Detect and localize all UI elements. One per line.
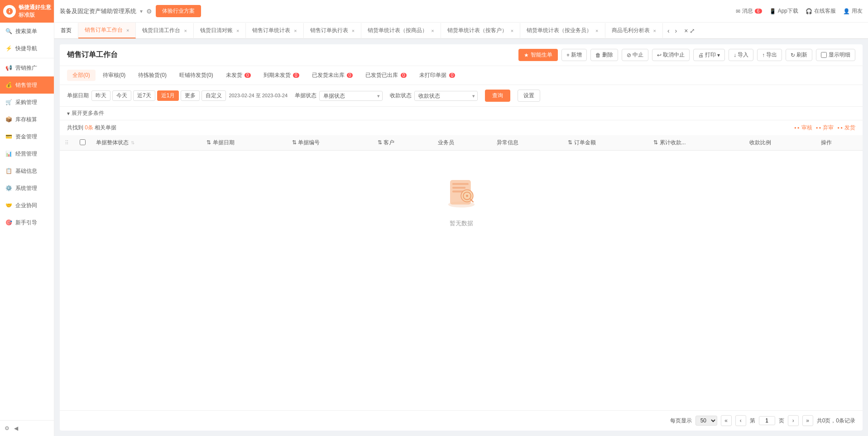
tab-cash-reconcile[interactable]: 钱货日清对账 × (194, 23, 246, 38)
date-more-btn[interactable]: 更多 (181, 90, 200, 101)
settings-topbar-icon[interactable]: ⚙ (146, 8, 152, 15)
sidebar-item-marketing[interactable]: 📢 营销推广 (0, 59, 54, 76)
sidebar-item-basic[interactable]: 📋 基础信息 (0, 162, 54, 180)
tab-sales-exec[interactable]: 销售订单执行表 × (304, 23, 361, 38)
tab-sales-workbench-label: 销售订单工作台 (85, 26, 123, 34)
refresh-icon: ↻ (791, 52, 795, 58)
date-filter-group: 单据日期 昨天 今天 近7天 近1月 更多 自定义 2023-02-24 至 2… (67, 90, 288, 101)
date-custom-btn[interactable]: 自定义 (201, 90, 226, 101)
online-service-action[interactable]: 🎧 在线客服 (806, 7, 836, 15)
status-select-wrap: 单据状态 (319, 91, 383, 101)
filter-tab-pending-review[interactable]: 待审核(0) (97, 70, 131, 81)
ship-action-link[interactable]: ● 发货 (837, 124, 855, 132)
new-button[interactable]: + 新增 (561, 49, 587, 61)
tab-next-button[interactable]: › (673, 26, 679, 35)
filter-tab-all-label: 全部(0) (72, 72, 90, 78)
review-action-link[interactable]: ● 审核 (794, 124, 812, 132)
industry-solution-button[interactable]: 体验行业方案 (156, 5, 201, 17)
sidebar-item-system[interactable]: ⚙️ 系统管理 (0, 180, 54, 197)
export-button[interactable]: ↑ 导出 (757, 49, 782, 61)
show-detail-label[interactable]: 显示明细 (816, 49, 855, 61)
page-prev-button[interactable]: ‹ (735, 415, 746, 426)
date-last1m-btn[interactable]: 近1月 (157, 90, 179, 101)
app-download-action[interactable]: 📱 App下载 (769, 7, 798, 15)
tab-sales-workbench-close[interactable]: × (126, 28, 129, 33)
cancel-stop-button[interactable]: ↩ 取消中止 (652, 49, 690, 61)
filter-tab-all[interactable]: 全部(0) (67, 70, 96, 81)
search-icon: 🔍 (5, 27, 13, 35)
tab-sales-stat[interactable]: 销售订单统计表 × (246, 23, 303, 38)
sidebar-item-cooperation[interactable]: 🤝 企业协同 (0, 197, 54, 214)
col-collected: ⇅ 累计收款... (649, 135, 745, 151)
set-button[interactable]: 设置 (518, 90, 540, 102)
page-first-button[interactable]: « (721, 415, 732, 426)
tab-cash-daily-close[interactable]: × (184, 28, 187, 33)
user-action[interactable]: 👤 用友 (843, 7, 863, 15)
settings-icon[interactable]: ⚙ (5, 425, 10, 431)
select-all-checkbox[interactable] (80, 139, 86, 145)
filter-tab-overdue-not-shipped[interactable]: 到期未发货 0 (258, 70, 305, 81)
tab-sales-exec-close[interactable]: × (352, 28, 355, 33)
print-button[interactable]: 🖨 打印 ▾ (693, 49, 725, 61)
sidebar-item-quick-nav[interactable]: ⚡ 快捷导航 (0, 40, 54, 57)
sidebar-item-guide-label: 新手引导 (15, 219, 37, 227)
show-detail-checkbox[interactable] (821, 52, 827, 58)
date-today-btn[interactable]: 今天 (112, 90, 131, 101)
tab-cash-daily[interactable]: 钱货日清工作台 × (136, 23, 193, 38)
tab-sales-staff-stat-close[interactable]: × (595, 28, 598, 33)
page-size-select[interactable]: 50 (695, 416, 717, 426)
sidebar-item-finance[interactable]: 💳 资金管理 (0, 128, 54, 145)
messages-action[interactable]: ✉ 消息 6 (736, 7, 762, 15)
date-yesterday-btn[interactable]: 昨天 (91, 90, 110, 101)
tab-margin-analysis[interactable]: 商品毛利分析表 × (605, 23, 663, 38)
sidebar-item-search-label: 搜索菜单 (15, 28, 37, 35)
collapse-icon[interactable]: ◀ (14, 425, 18, 431)
tab-close-all-button[interactable]: × (684, 27, 688, 34)
col-amount: ⇅ 订单金额 (563, 135, 649, 151)
status-select[interactable]: 单据状态 (319, 91, 383, 101)
tab-sales-staff-stat[interactable]: 销货单统计表（按业务员） × (520, 23, 605, 38)
tab-sales-stat-close[interactable]: × (294, 28, 297, 33)
sidebar-item-sales[interactable]: 💰 销售管理 (0, 76, 54, 94)
filter-tab-pending-inspect[interactable]: 待拣验货(0) (133, 70, 172, 81)
tab-sales-customer-stat[interactable]: 销货单统计表（按客户） × (441, 23, 520, 38)
tab-cash-reconcile-close[interactable]: × (236, 28, 239, 33)
stop-button[interactable]: ⊘ 中止 (622, 49, 648, 61)
smart-create-button[interactable]: ★ 智能生单 (518, 49, 558, 61)
page-last-button[interactable]: » (802, 415, 813, 426)
query-button[interactable]: 查询 (485, 90, 510, 102)
filter-tab-not-shipped[interactable]: 未发货 0 (221, 70, 256, 81)
sidebar-item-search[interactable]: 🔍 搜索菜单 (0, 23, 54, 40)
tab-prev-button[interactable]: ‹ (666, 26, 671, 35)
svg-rect-3 (452, 187, 465, 189)
filter-tab-shipped-not-out[interactable]: 已发货未出库 0 (307, 70, 359, 81)
tab-sales-product-stat-close[interactable]: × (431, 28, 434, 33)
delete-button[interactable]: 🗑 删除 (590, 49, 618, 61)
user-label: 用友 (852, 7, 863, 15)
refresh-button[interactable]: ↻ 刷新 (786, 49, 812, 61)
unreviewed-action-link[interactable]: ● 弃审 (816, 124, 834, 132)
sidebar-item-guide[interactable]: 🎯 新手引导 (0, 214, 54, 231)
sidebar-item-operation[interactable]: 📊 经营管理 (0, 145, 54, 162)
page-next-button[interactable]: › (788, 415, 799, 426)
import-button[interactable]: ↓ 导入 (729, 49, 753, 61)
filter-tab-wangpu-label: 旺铺待发货(0) (179, 72, 213, 78)
filter-tab-shipped-out[interactable]: 已发货已出库 0 (360, 70, 412, 81)
dropdown-arrow-icon[interactable]: ▾ (140, 8, 143, 14)
tab-sales-customer-stat-close[interactable]: × (511, 28, 513, 33)
date-last7-btn[interactable]: 近7天 (133, 90, 155, 101)
tab-margin-analysis-close[interactable]: × (653, 28, 656, 33)
expand-conditions-button[interactable]: ▾ 展开更多条件 (67, 109, 855, 117)
tab-maximize-button[interactable]: ⤢ (690, 27, 695, 34)
count-text: 共找到 (67, 124, 83, 131)
filter-tab-wangpu[interactable]: 旺铺待发货(0) (174, 70, 219, 81)
headset-icon: 🎧 (806, 8, 812, 14)
filter-tab-not-printed[interactable]: 未打印单据 0 (414, 70, 460, 81)
tab-home[interactable]: 首页 (54, 23, 78, 38)
sidebar-item-purchase[interactable]: 🛒 采购管理 (0, 94, 54, 111)
sidebar-item-inventory[interactable]: 📦 库存核算 (0, 111, 54, 128)
page-number-input[interactable] (759, 416, 775, 425)
tab-sales-workbench[interactable]: 销售订单工作台 × (78, 23, 136, 38)
tab-sales-product-stat[interactable]: 销货单统计表（按商品） × (361, 23, 441, 38)
payment-select[interactable]: 收款状态 (414, 91, 478, 101)
